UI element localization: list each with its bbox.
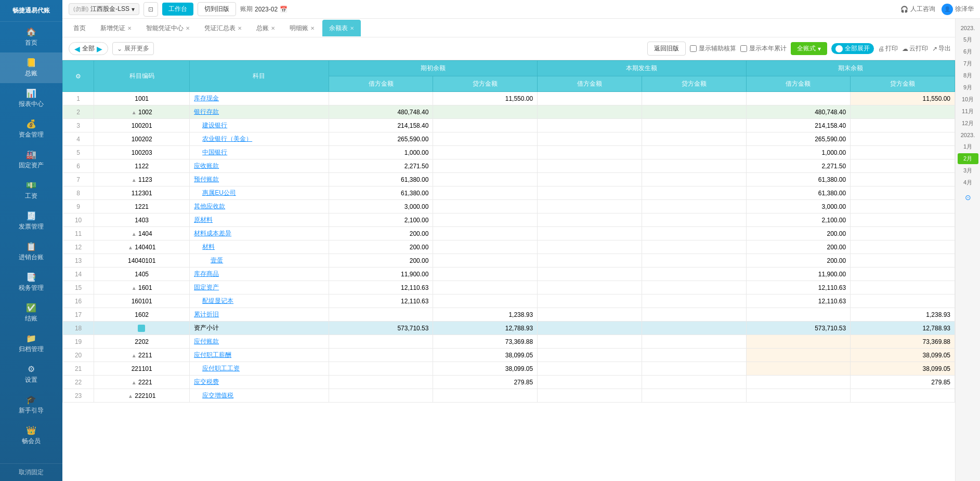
calendar-icon[interactable]: 📅 [280, 6, 288, 13]
aux-checkbox[interactable] [690, 45, 697, 52]
side-close-icon[interactable]: ⊙ [965, 193, 971, 202]
header-row-1: ⚙ 科目编码 科目 期初余额 本期发生额 期末余额 [63, 61, 955, 76]
tab-new-voucher-close[interactable]: ✕ [127, 25, 132, 31]
sidebar-item-member[interactable]: 👑 畅会员 [0, 420, 62, 451]
row-subject[interactable]: 应付账款 [190, 335, 329, 349]
row-subject[interactable]: 建设银行 [190, 119, 329, 132]
month-7[interactable]: 7月 [958, 58, 978, 69]
unpin-label: 取消固定 [19, 469, 44, 476]
row-num: 19 [63, 335, 94, 349]
row-subject[interactable]: 壹蛋 [190, 254, 329, 268]
row-subject[interactable]: 材料成本差异 [190, 227, 329, 240]
month-1[interactable]: 1月 [958, 141, 978, 152]
sidebar-item-salary[interactable]: 💵 工资 [0, 175, 62, 206]
row-subject[interactable]: 应收账款 [190, 159, 329, 173]
workbench-button[interactable]: 工作台 [162, 3, 193, 16]
row-cur-debit [538, 173, 642, 186]
row-subject[interactable]: 原材料 [190, 213, 329, 227]
month-3[interactable]: 3月 [958, 165, 978, 176]
sidebar-item-invoice[interactable]: 🧾 发票管理 [0, 206, 62, 236]
expand-btn[interactable]: ⌄ 展开更多 [112, 42, 154, 55]
row-end-credit [851, 213, 955, 227]
filter-all-btn[interactable]: ◀ 全部 ▶ [69, 42, 108, 55]
consult-btn[interactable]: 🎧 人工咨询 [900, 5, 935, 14]
month-11[interactable]: 11月 [958, 106, 978, 117]
row-subject[interactable]: 应付职工薪酬 [190, 349, 329, 362]
tab-home[interactable]: 首页 [67, 20, 93, 36]
tab-detail-ledger[interactable]: 明细账 ✕ [283, 20, 321, 36]
row-subject[interactable]: 库存商品 [190, 268, 329, 281]
copy-icon[interactable]: ⊡ [143, 2, 158, 17]
tab-balance-close[interactable]: ✕ [350, 25, 354, 31]
sidebar-item-tax[interactable]: 📑 税务管理 [0, 267, 62, 298]
row-cur-credit [642, 240, 746, 254]
export-btn[interactable]: ↗ 导出 [932, 44, 951, 53]
row-subject[interactable]: 应交增值税 [190, 389, 329, 403]
return-old-btn[interactable]: 返回旧版 [647, 42, 686, 56]
style-btn[interactable]: 全账式 ▾ [791, 42, 827, 55]
row-subject[interactable]: 银行存款 [190, 105, 329, 119]
row-subject[interactable]: 库存现金 [190, 92, 329, 105]
tab-new-voucher[interactable]: 新增凭证 ✕ [94, 20, 138, 36]
row-period-credit [433, 119, 538, 132]
sidebar-item-assets[interactable]: 🏭 固定资产 [0, 144, 62, 175]
row-cur-debit [538, 213, 642, 227]
row-subject[interactable]: 固定资产 [190, 281, 329, 295]
row-subject[interactable]: 预付账款 [190, 173, 329, 186]
month-5[interactable]: 5月 [958, 34, 978, 45]
row-cur-debit [538, 349, 642, 362]
row-subject[interactable]: 配提显记本 [190, 295, 329, 308]
cloud-print-btn[interactable]: ☁ 云打印 [902, 44, 928, 53]
tab-smart-center[interactable]: 智能凭证中心 ✕ [139, 20, 197, 36]
user-info[interactable]: 👤 徐泽华 [942, 4, 974, 15]
row-subject[interactable]: 农业银行（美金） [190, 132, 329, 146]
sidebar-item-sales[interactable]: 📋 进销台账 [0, 236, 62, 267]
month-12[interactable]: 12月 [958, 118, 978, 129]
tab-voucher-summary-close[interactable]: ✕ [238, 25, 242, 31]
month-8[interactable]: 8月 [958, 70, 978, 81]
row-subject[interactable]: 材料 [190, 240, 329, 254]
row-code: 100203 [94, 146, 190, 159]
row-num: 1 [63, 92, 94, 105]
sidebar-item-closing[interactable]: ✅ 结账 [0, 298, 62, 328]
row-period-credit [433, 186, 538, 200]
tab-general-ledger-close[interactable]: ✕ [271, 25, 275, 31]
sidebar-bottom[interactable]: 取消固定 [0, 463, 62, 481]
sidebar-item-funds[interactable]: 💰 资金管理 [0, 114, 62, 144]
ytd-checkbox[interactable] [740, 45, 747, 52]
sidebar-item-guide[interactable]: 🎓 新手引导 [0, 390, 62, 420]
row-subject[interactable]: 其他应收款 [190, 200, 329, 213]
tab-smart-center-close[interactable]: ✕ [186, 25, 190, 31]
company-selector[interactable]: (勿删) 江西股金-LSS ▾ [69, 3, 139, 15]
print-btn[interactable]: 🖨 打印 [878, 44, 898, 53]
month-6[interactable]: 6月 [958, 46, 978, 57]
expand-all-toggle[interactable]: 全部展开 [831, 43, 874, 54]
row-subject[interactable]: 应交税费 [190, 376, 329, 389]
show-aux-check[interactable]: 显示辅助核算 [690, 44, 736, 53]
th-config[interactable]: ⚙ [63, 61, 94, 92]
row-subject[interactable]: 累计折旧 [190, 308, 329, 322]
sidebar-item-home[interactable]: 🏠 首页 [0, 22, 62, 52]
sidebar-item-reports[interactable]: 📊 报表中心 [0, 83, 62, 114]
month-4[interactable]: 4月 [958, 177, 978, 188]
row-end-debit: 573,710.53 [746, 322, 851, 335]
tab-balance[interactable]: 余额表 ✕ [322, 20, 361, 36]
switch-old-button[interactable]: 切到旧版 [198, 2, 236, 16]
show-ytd-check[interactable]: 显示本年累计 [740, 44, 787, 53]
tab-voucher-summary[interactable]: 凭证汇总表 ✕ [198, 20, 249, 36]
month-9[interactable]: 9月 [958, 82, 978, 93]
row-subject[interactable]: 中国银行 [190, 146, 329, 159]
row-end-credit [851, 254, 955, 268]
row-num: 13 [63, 254, 94, 268]
sidebar-item-ledger[interactable]: 📒 总账 [0, 52, 62, 83]
tab-detail-ledger-close[interactable]: ✕ [310, 25, 315, 31]
month-2[interactable]: 2月 [958, 153, 978, 164]
sidebar-item-settings[interactable]: ⚙ 设置 [0, 359, 62, 390]
row-end-debit: 1,000.00 [746, 146, 851, 159]
tab-general-ledger[interactable]: 总账 ✕ [250, 20, 282, 36]
row-subject[interactable]: 惠属EU公司 [190, 186, 329, 200]
sidebar-item-archive[interactable]: 📁 归档管理 [0, 328, 62, 359]
month-10[interactable]: 10月 [958, 94, 978, 105]
archive-icon: 📁 [26, 333, 36, 343]
row-subject[interactable]: 应付职工工资 [190, 362, 329, 376]
